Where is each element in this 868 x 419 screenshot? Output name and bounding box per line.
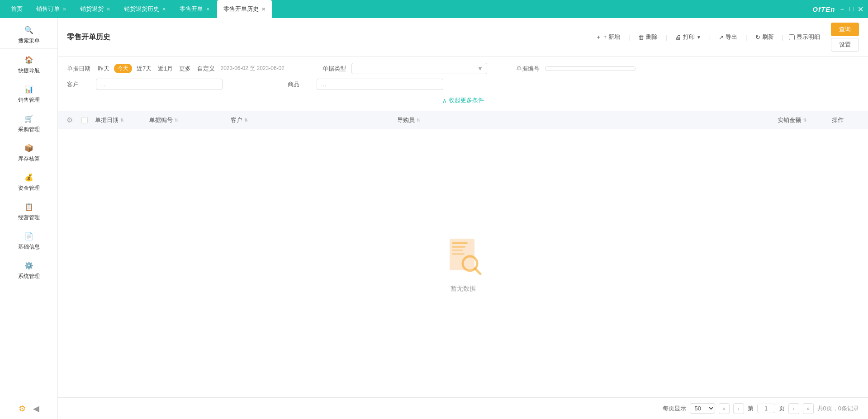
tab-sales-order[interactable]: 销售订单 ✕: [30, 0, 73, 18]
th-docno[interactable]: 单据编号 ⇅: [146, 116, 227, 124]
filter-row-1: 单据日期 昨天 今天 近7天 近1月 更多 自定义 2023-06-02 至 2…: [67, 63, 859, 74]
tab-home[interactable]: 首页: [5, 0, 29, 18]
sidebar-item-inventory-label: 库存核算: [18, 155, 40, 163]
top-bar: 首页 销售订单 ✕ 销货退货 ✕ 销货退货历史 ✕ 零售开单 ✕ 零售开单历史 …: [0, 0, 868, 18]
sidebar-item-system[interactable]: ⚙️ 系统管理: [0, 254, 57, 284]
tab-sales-return-history[interactable]: 销货退货历史 ✕: [118, 0, 172, 18]
collapse-icon: ∧: [442, 97, 447, 104]
th-amount-sort-icon: ⇅: [803, 118, 806, 122]
th-guide[interactable]: 导购员 ⇅: [394, 116, 448, 124]
empty-icon: [441, 234, 486, 279]
sidebar-item-quick-nav[interactable]: 🏠 快捷导航: [0, 49, 57, 78]
print-icon: 🖨: [675, 34, 681, 41]
tab-sales-return[interactable]: 销货退货 ✕: [74, 0, 117, 18]
last-page-btn[interactable]: »: [803, 403, 814, 414]
tab-retail-open-close[interactable]: ✕: [206, 6, 210, 12]
refresh-icon: ↻: [755, 34, 760, 41]
th-customer-sort-icon: ⇅: [244, 118, 248, 122]
th-amount[interactable]: 实销金额 ⇅: [774, 116, 828, 124]
sidebar-search-label: 搜索采单: [18, 37, 40, 45]
sidebar-item-basic-info[interactable]: 📄 基础信息: [0, 225, 57, 254]
next-page-btn[interactable]: ›: [788, 403, 799, 414]
customer-input[interactable]: …: [96, 79, 223, 90]
product-input[interactable]: …: [317, 79, 443, 90]
sidebar-item-sales-mgmt[interactable]: 📊 销售管理: [0, 78, 57, 108]
table-settings-icon[interactable]: ⚙: [62, 116, 78, 124]
add-button[interactable]: ＋ + 新增: [593, 31, 623, 43]
date-opt-1month[interactable]: 近1月: [156, 64, 175, 74]
display-toggle[interactable]: 显示明细: [789, 33, 820, 41]
pagination: 每页显示 50 20 100 « ‹ 第 页 › » 共0页，0条记录: [58, 397, 868, 419]
setting-button[interactable]: 设置: [831, 38, 859, 52]
inventory-icon: 📦: [23, 141, 35, 154]
print-button[interactable]: 🖨 打印 ▼: [673, 31, 704, 43]
date-filter-label: 单据日期: [67, 65, 92, 73]
empty-text: 暂无数据: [451, 285, 476, 293]
brand-name: OfTEn: [812, 5, 835, 13]
th-date-label: 单据日期: [95, 116, 119, 124]
table-select-all[interactable]: [78, 117, 91, 123]
sidebar: 🔍 搜索采单 🏠 快捷导航 📊 销售管理 🛒 采购管理 📦 库存核算 💰 资金管…: [0, 18, 58, 419]
date-opt-today[interactable]: 今天: [114, 64, 132, 73]
first-page-btn[interactable]: «: [719, 403, 730, 414]
filter-area: 单据日期 昨天 今天 近7天 近1月 更多 自定义 2023-06-02 至 2…: [58, 56, 868, 111]
export-button[interactable]: ↗ 导出: [716, 31, 740, 43]
date-options: 昨天 今天 近7天 近1月 更多 自定义: [96, 64, 217, 74]
th-docno-label: 单据编号: [149, 116, 173, 124]
page-number-input[interactable]: [757, 404, 775, 413]
maximize-btn[interactable]: □: [849, 5, 854, 13]
close-btn[interactable]: ✕: [858, 5, 863, 14]
sidebar-item-finance[interactable]: 💰 资金管理: [0, 166, 57, 196]
th-customer[interactable]: 客户 ⇅: [227, 116, 394, 124]
content-area: 零售开单历史 ＋ + 新增 | 🗑 删除 | 🖨 打印 ▼ |: [58, 18, 868, 419]
select-all-checkbox[interactable]: [81, 117, 88, 123]
date-opt-more[interactable]: 更多: [177, 64, 193, 74]
th-docno-sort-icon: ⇅: [175, 118, 178, 122]
tab-retail-open-history[interactable]: 零售开单历史 ✕: [217, 0, 272, 18]
page-size-select[interactable]: 50 20 100: [690, 403, 715, 414]
tab-retail-open-label: 零售开单: [180, 5, 203, 13]
table-header: ⚙ 单据日期 ⇅ 单据编号 ⇅ 客户 ⇅ 导购员 ⇅: [58, 111, 868, 129]
empty-state: 暂无数据: [58, 129, 868, 397]
tab-sales-return-history-close[interactable]: ✕: [162, 6, 166, 12]
tab-sales-order-label: 销售订单: [36, 5, 60, 13]
settings-bottom-icon[interactable]: ⚙: [19, 404, 26, 414]
sidebar-item-inventory[interactable]: 📦 库存核算: [0, 137, 57, 166]
customer-dots: …: [100, 81, 106, 88]
query-button[interactable]: 查询: [831, 23, 859, 36]
prev-page-btn[interactable]: ‹: [733, 403, 744, 414]
sales-mgmt-icon: 📊: [23, 83, 35, 95]
tab-retail-open-history-close[interactable]: ✕: [261, 6, 266, 12]
export-icon: ↗: [719, 34, 724, 41]
delete-label: 删除: [646, 33, 658, 41]
display-checkbox[interactable]: [789, 34, 795, 40]
refresh-button[interactable]: ↻ 刷新: [753, 31, 777, 43]
main-layout: 🔍 搜索采单 🏠 快捷导航 📊 销售管理 🛒 采购管理 📦 库存核算 💰 资金管…: [0, 18, 868, 419]
doc-type-label: 单据类型: [323, 65, 348, 73]
sidebar-item-purchase-mgmt[interactable]: 🛒 采购管理: [0, 108, 57, 137]
tab-retail-open[interactable]: 零售开单 ✕: [173, 0, 216, 18]
delete-button[interactable]: 🗑 删除: [636, 31, 660, 43]
th-date[interactable]: 单据日期 ⇅: [91, 116, 146, 124]
doc-no-input[interactable]: [545, 66, 636, 71]
export-label: 导出: [726, 33, 737, 41]
tab-sales-order-close[interactable]: ✕: [62, 6, 66, 12]
tab-sales-return-history-label: 销货退货历史: [124, 5, 159, 13]
date-opt-custom[interactable]: 自定义: [195, 64, 217, 74]
minimize-btn[interactable]: －: [839, 5, 846, 14]
doc-type-select[interactable]: ▼: [351, 63, 487, 74]
svg-rect-1: [452, 242, 468, 244]
tab-home-label: 首页: [11, 5, 23, 13]
th-guide-label: 导购员: [397, 116, 415, 124]
th-action: 操作: [828, 116, 864, 124]
date-opt-yesterday[interactable]: 昨天: [96, 64, 111, 74]
sidebar-search[interactable]: 🔍 搜索采单: [0, 18, 57, 49]
collapse-filter-btn[interactable]: ∧ 收起更多条件: [67, 94, 859, 106]
tab-sales-return-close[interactable]: ✕: [106, 6, 110, 12]
date-opt-7days[interactable]: 近7天: [135, 64, 153, 74]
collapse-sidebar-icon[interactable]: ◀: [33, 404, 39, 414]
th-action-label: 操作: [832, 116, 844, 124]
print-dropdown-icon: ▼: [697, 35, 701, 40]
sidebar-item-operations[interactable]: 📋 经营管理: [0, 196, 57, 225]
page-actions: ＋ + 新增 | 🗑 删除 | 🖨 打印 ▼ | ↗ 导出: [593, 23, 859, 52]
